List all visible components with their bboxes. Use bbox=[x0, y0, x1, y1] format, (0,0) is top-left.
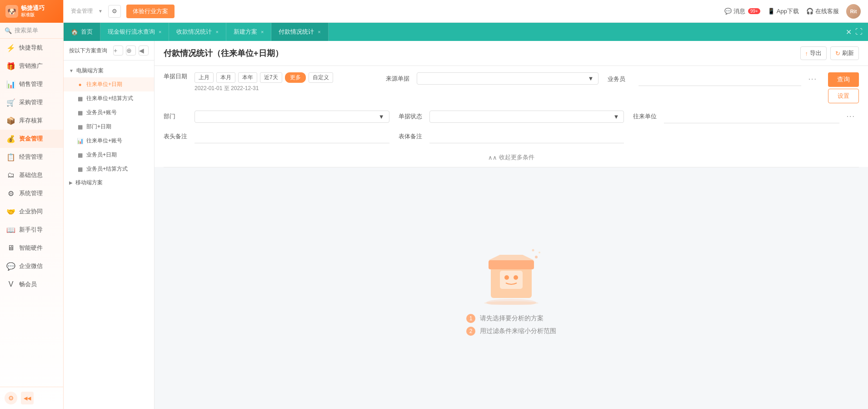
hint-text-1: 请先选择要分析的方案 bbox=[480, 314, 544, 323]
scheme-item-1[interactable]: ● 往来单位+日期 bbox=[64, 77, 154, 91]
sidebar-item-system[interactable]: ⚙ 系统管理 bbox=[0, 184, 63, 202]
tab-newscheme[interactable]: 新建方案 × bbox=[226, 23, 271, 41]
app-download-btn[interactable]: 📱 App下载 bbox=[768, 7, 799, 15]
close-payment-icon[interactable]: × bbox=[318, 29, 320, 35]
query-btn[interactable]: 查询 bbox=[828, 72, 859, 87]
settings-footer-btn[interactable]: ⚙ bbox=[5, 392, 17, 404]
sidebar-item-label: 营销推广 bbox=[19, 62, 43, 70]
close-newscheme-icon[interactable]: × bbox=[261, 29, 264, 35]
group-arrow-icon: ▼ bbox=[69, 68, 74, 73]
maximize-icon[interactable]: ⛶ bbox=[855, 28, 863, 36]
filter-container: 单据日期 上月 本月 本年 近7天 更多 自定义 20 bbox=[155, 66, 868, 167]
dept-select[interactable]: ▼ bbox=[195, 111, 389, 123]
sidebar-item-operation[interactable]: 📋 经营管理 bbox=[0, 148, 63, 166]
partner-label: 往来单位 bbox=[633, 112, 660, 121]
date-last-month-btn[interactable]: 上月 bbox=[195, 72, 214, 83]
scheme-item-2[interactable]: ▦ 往来单位+结算方式 bbox=[64, 91, 154, 106]
sidebar-item-weixin[interactable]: 💬 企业微信 bbox=[0, 257, 63, 275]
operation-icon: 📋 bbox=[6, 152, 15, 162]
svg-rect-1 bbox=[489, 260, 534, 269]
scheme-item-6[interactable]: ▦ 业务员+日期 bbox=[64, 148, 154, 162]
add-scheme-btn[interactable]: + bbox=[113, 45, 123, 56]
tab-label: 新建方案 bbox=[234, 28, 257, 36]
sidebar: 🐶 畅捷通巧 标准版 🔍 搜索菜单 ⚡ 快捷导航 🎁 营销推广 📊 销售管理 🛒… bbox=[0, 0, 64, 409]
export-btn[interactable]: ↑ 导出 bbox=[800, 46, 827, 60]
close-receipt-icon[interactable]: × bbox=[215, 29, 218, 35]
weixin-icon: 💬 bbox=[6, 262, 15, 271]
header-note-input[interactable] bbox=[195, 130, 389, 143]
salesperson-input[interactable] bbox=[639, 72, 801, 86]
search-icon: 🔍 bbox=[5, 27, 12, 34]
scheme-label: 部门+日期 bbox=[86, 123, 111, 131]
sidebar-item-basic[interactable]: 🗂 基础信息 bbox=[0, 166, 63, 184]
partner-input[interactable] bbox=[664, 110, 839, 123]
search-menu[interactable]: 🔍 搜索菜单 bbox=[0, 23, 63, 39]
source-label: 来源单据 bbox=[386, 75, 413, 83]
header-note-label: 表头备注 bbox=[164, 132, 191, 141]
finance-icon: 💰 bbox=[6, 134, 15, 143]
partner-more-icon[interactable]: ··· bbox=[843, 112, 859, 121]
collapse-more-btn[interactable]: ∧∧ 收起更多条件 bbox=[155, 150, 868, 165]
filter-row-1: 单据日期 上月 本月 本年 近7天 更多 自定义 20 bbox=[164, 72, 859, 103]
status-filter: 单据状态 ▼ bbox=[399, 111, 624, 123]
sidebar-item-inventory[interactable]: 📦 库存核算 bbox=[0, 111, 63, 130]
body-note-input[interactable] bbox=[429, 130, 624, 143]
sidebar-item-label: 新手引导 bbox=[19, 226, 43, 234]
scheme-item-5[interactable]: 📊 往来单位+账号 bbox=[64, 134, 154, 148]
topbar-settings-btn[interactable]: ⚙ bbox=[108, 5, 121, 18]
sidebar-item-company[interactable]: 🤝 企业协同 bbox=[0, 202, 63, 221]
tree-group-mobile: ▶ 移动端方案 bbox=[64, 176, 154, 189]
message-btn[interactable]: 💬 消息 99+ bbox=[724, 7, 760, 15]
sidebar-item-vip[interactable]: V 畅会员 bbox=[0, 275, 63, 293]
sidebar-item-sales[interactable]: 📊 销售管理 bbox=[0, 75, 63, 93]
system-icon: ⚙ bbox=[6, 189, 15, 198]
scheme-label: 往来单位+账号 bbox=[86, 137, 122, 145]
salesperson-more-icon[interactable]: ··· bbox=[805, 75, 821, 83]
scheme-settings-btn[interactable]: ⊕ bbox=[126, 45, 136, 56]
user-initials: Rit bbox=[850, 9, 857, 14]
status-select[interactable]: ▼ bbox=[429, 111, 624, 123]
tab-label: 收款情况统计 bbox=[176, 28, 212, 36]
sidebar-item-guide[interactable]: 📖 新手引导 bbox=[0, 221, 63, 239]
refresh-btn[interactable]: ↻ 刷新 bbox=[830, 46, 859, 60]
sidebar-item-quicknav[interactable]: ⚡ 快捷导航 bbox=[0, 39, 63, 57]
filter-settings-btn[interactable]: 设置 bbox=[828, 89, 859, 103]
sales-icon: 📊 bbox=[6, 80, 15, 89]
close-all-icon[interactable]: ✕ bbox=[846, 28, 852, 36]
source-select[interactable]: ▼ bbox=[417, 72, 599, 85]
tab-receipt[interactable]: 收款情况统计 × bbox=[169, 23, 226, 41]
scheme-item-3[interactable]: ▦ 业务员+账号 bbox=[64, 106, 154, 120]
filter-row-2: 部门 ▼ 单据状态 ▼ bbox=[164, 110, 859, 123]
filter-section: 单据日期 上月 本月 本年 近7天 更多 自定义 20 bbox=[155, 66, 868, 143]
tab-cashflow[interactable]: 现金银行流水查询 × bbox=[100, 23, 169, 41]
tree-group-header-desktop[interactable]: ▼ 电脑端方案 bbox=[64, 64, 154, 77]
online-service-btn[interactable]: 🎧 在线客服 bbox=[806, 7, 839, 15]
sidebar-item-purchase[interactable]: 🛒 采购管理 bbox=[0, 93, 63, 111]
sidebar-item-label: 企业微信 bbox=[19, 262, 43, 270]
sidebar-item-marketing[interactable]: 🎁 营销推广 bbox=[0, 57, 63, 75]
date-this-year-btn[interactable]: 本年 bbox=[238, 72, 257, 83]
date-this-month-btn[interactable]: 本月 bbox=[216, 72, 235, 83]
collapse-scheme-btn[interactable]: ◀ bbox=[139, 45, 149, 56]
sidebar-item-hardware[interactable]: 🖥 智能硬件 bbox=[0, 239, 63, 257]
date-custom-btn[interactable]: 自定义 bbox=[309, 72, 333, 83]
date-7days-btn[interactable]: 近7天 bbox=[260, 72, 282, 83]
close-cashflow-icon[interactable]: × bbox=[159, 29, 161, 35]
user-avatar[interactable]: Rit bbox=[846, 4, 861, 19]
scheme-tree: ▼ 电脑端方案 ● 往来单位+日期 ▦ 往来单位+结算方式 ▦ 业务员+账号 bbox=[64, 61, 154, 409]
purchase-icon: 🛒 bbox=[6, 98, 15, 107]
date-more-btn[interactable]: 更多 bbox=[285, 72, 306, 83]
tab-payment[interactable]: 付款情况统计 × bbox=[271, 23, 328, 41]
collapse-sidebar-btn[interactable]: ◀◀ bbox=[21, 392, 34, 404]
plus-icon: + bbox=[114, 47, 123, 54]
refresh-label: 刷新 bbox=[842, 49, 854, 57]
sidebar-item-finance[interactable]: 💰 资金管理 bbox=[0, 130, 63, 148]
scheme-item-4[interactable]: ▦ 部门+日期 bbox=[64, 120, 154, 134]
trial-btn[interactable]: 体验行业方案 bbox=[126, 5, 175, 18]
tab-label: 现金银行流水查询 bbox=[108, 28, 155, 36]
scheme-panel-header: 按以下方案查询 + ⊕ ◀ bbox=[64, 41, 154, 61]
tab-home[interactable]: 🏠 首页 bbox=[64, 23, 100, 41]
tree-group-header-mobile[interactable]: ▶ 移动端方案 bbox=[64, 176, 154, 189]
scheme-item-7[interactable]: ▦ 业务员+结算方式 bbox=[64, 162, 154, 176]
inventory-icon: 📦 bbox=[6, 116, 15, 125]
